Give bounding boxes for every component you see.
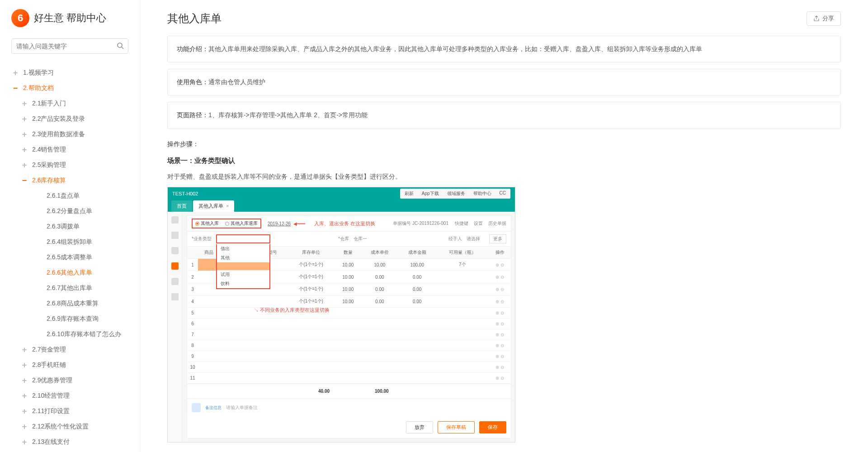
table-row: 4个(1个=1个)10.000.000.00⊕ ⊖ [187, 295, 511, 308]
ss-save-btn: 保存 [479, 421, 506, 433]
intro-text: 其他入库单用来处理除采购入库、产成品入库之外的其他入库业务，因此其他入库单可处理… [208, 45, 702, 52]
nav-label: 1.视频学习 [23, 69, 54, 77]
nav-label: 2.帮助文档 [23, 84, 54, 92]
nav-item-2-7[interactable]: 2.7资金管理 [11, 342, 128, 357]
ss-remark-label: 备注信息 [205, 405, 222, 411]
search-icon[interactable] [117, 42, 124, 51]
steps-label: 操作步骤： [167, 140, 841, 148]
screenshot-scene1: TEST-H002 刷新 App下载 领域服务 帮助中心 CC 首页 其他入库单 [167, 187, 515, 442]
table-row: 7⊕ ⊖ [187, 329, 511, 340]
nav-label: 2.12系统个性化设置 [32, 423, 89, 431]
nav-item-2-8[interactable]: 2.8手机旺铺 [11, 357, 128, 373]
nav-item-2-4[interactable]: 2.4销售管理 [11, 142, 128, 157]
radio-icon [225, 222, 229, 226]
nav-item-2-13[interactable]: 2.13在线支付 [11, 434, 128, 450]
th: 可用量（瓶） [436, 247, 489, 259]
nav-item-2-10[interactable]: 2.10经营管理 [11, 388, 128, 404]
nav-item-2-1[interactable]: 2.1新手入门 [11, 96, 128, 111]
ss-remark-ph: 请输入单据备注 [226, 404, 258, 411]
share-button[interactable]: 分享 [807, 11, 841, 26]
ss-draft-btn: 保存草稿 [438, 421, 475, 433]
ss-msg: 领域服务 [447, 190, 465, 197]
nav-leaf-2-6-10[interactable]: 2.6.10库存账本错了怎么办 [11, 327, 128, 342]
expand-icon [20, 115, 28, 123]
nav-leaf-2-6-2[interactable]: 2.6.2分量盘点单 [11, 204, 128, 219]
nav-item-video[interactable]: 1.视频学习 [11, 65, 128, 81]
ss-radio-in: 其他入库 [201, 220, 219, 227]
nav-label: 2.7资金管理 [32, 346, 66, 354]
remark-icon [192, 403, 201, 412]
ss-user: CC [500, 190, 506, 197]
collapse-icon [11, 84, 19, 92]
ss-dd-item: 饮料 [217, 279, 269, 288]
nav-label: 2.4销售管理 [32, 146, 66, 154]
table-row: 5⊕ ⊖ [187, 308, 511, 319]
th: 库存单位 [287, 247, 335, 259]
th: 成本金额 [398, 247, 436, 259]
ss-more-btn: 更多 [489, 234, 506, 243]
nav-leaf-2-6-4[interactable]: 2.6.4组装拆卸单 [11, 234, 128, 250]
search-input[interactable] [11, 38, 128, 54]
nav-label: 2.9优惠券管理 [32, 376, 72, 385]
path-label: 页面路径： [177, 111, 208, 119]
ss-doc-no-label: 单据编号 JC-20191226-001 [393, 220, 448, 227]
main-content: 其他入库单 分享 功能介绍：其他入库单用来处理除采购入库、产成品入库之外的其他入… [140, 0, 868, 452]
radio-icon [195, 222, 199, 226]
nav-item-2-12[interactable]: 2.12系统个性化设置 [11, 419, 128, 434]
path-box: 页面路径：1、库存核算->库存管理->其他入库单 2、首页->常用功能 [167, 102, 841, 128]
expand-icon [20, 161, 28, 169]
nav-label: 2.10经营管理 [32, 392, 70, 400]
ss-dd-item: 借出 [217, 244, 269, 253]
th: 操作 [489, 247, 511, 259]
ss-radio-ret: 其他入库退库 [231, 220, 258, 227]
nav-leaf-2-6-8[interactable]: 2.6.8商品成本重算 [11, 296, 128, 311]
expand-icon [20, 146, 28, 154]
nav-item-docs[interactable]: 2.帮助文档 [11, 81, 128, 96]
ss-mk-val: 请选择 [467, 236, 480, 242]
nav-leaf-2-6-7[interactable]: 2.6.7其他出库单 [11, 281, 128, 296]
brand-title: 好生意 帮助中心 [34, 11, 106, 25]
nav-leaf-2-6-3[interactable]: 2.6.3调拨单 [11, 219, 128, 234]
ss-rail [168, 212, 182, 442]
nav-item-2-14[interactable]: 2.14常见问题 [11, 450, 128, 452]
expand-icon [20, 346, 28, 354]
nav-item-2-3[interactable]: 2.3使用前数据准备 [11, 127, 128, 142]
ss-act-hist: 历史单据 [488, 220, 506, 227]
th: 数量 [335, 247, 361, 259]
nav-item-2-11[interactable]: 2.11打印设置 [11, 404, 128, 419]
nav-label: 2.13在线支付 [32, 438, 70, 446]
nav-item-2-6[interactable]: 2.6库存核算 [11, 173, 128, 188]
nav-leaf-2-6-5[interactable]: 2.6.5成本调整单 [11, 250, 128, 265]
ss-mk-label: 经手人 [448, 236, 462, 242]
ss-act-quick: 快捷键 [455, 220, 468, 227]
annotation-arrow: ↘ 不同业务的入库类型在这里切换 [254, 307, 330, 314]
nav-label: 2.8手机旺铺 [32, 361, 66, 369]
ss-tab-doc: 其他入库单 [193, 200, 234, 212]
logo-icon: 6 [11, 9, 29, 27]
share-label: 分享 [822, 14, 834, 23]
nav-leaf-2-6-1[interactable]: 2.6.1盘点单 [11, 188, 128, 204]
nav-label: 2.6库存核算 [32, 176, 66, 185]
expand-icon [20, 423, 28, 431]
nav-leaf-2-6-9[interactable]: 2.6.9库存账本查询 [11, 311, 128, 327]
page-title: 其他入库单 [167, 11, 222, 26]
nav-item-2-5[interactable]: 2.5采购管理 [11, 157, 128, 173]
ss-cancel-btn: 放弃 [406, 421, 433, 433]
rail-icon [171, 293, 179, 300]
role-text: 通常由仓管人员维护 [208, 78, 265, 86]
search-box [11, 38, 128, 54]
nav-item-2-2[interactable]: 2.2产品安装及登录 [11, 111, 128, 127]
ss-total-amt: 100.00 [375, 389, 389, 394]
svg-line-1 [122, 47, 123, 49]
expand-icon [20, 407, 28, 415]
arrow-icon: ◀━━━ [293, 221, 305, 226]
nav-item-2-9[interactable]: 2.9优惠券管理 [11, 373, 128, 388]
th: 成本单价 [361, 247, 398, 259]
expand-icon [20, 438, 28, 446]
nav-label: 2.3使用前数据准备 [32, 130, 85, 138]
ss-help: 帮助中心 [473, 190, 491, 197]
ss-type-dropdown: 借出 其他 试用 饮料 [216, 234, 270, 243]
expand-icon [20, 376, 28, 385]
scene1-text: 对于受赠、盘盈或是拆装入库等不同的业务，是通过单据头【业务类型】进行区分。 [167, 171, 841, 183]
nav-leaf-2-6-6[interactable]: 2.6.6其他入库单 [11, 265, 128, 281]
